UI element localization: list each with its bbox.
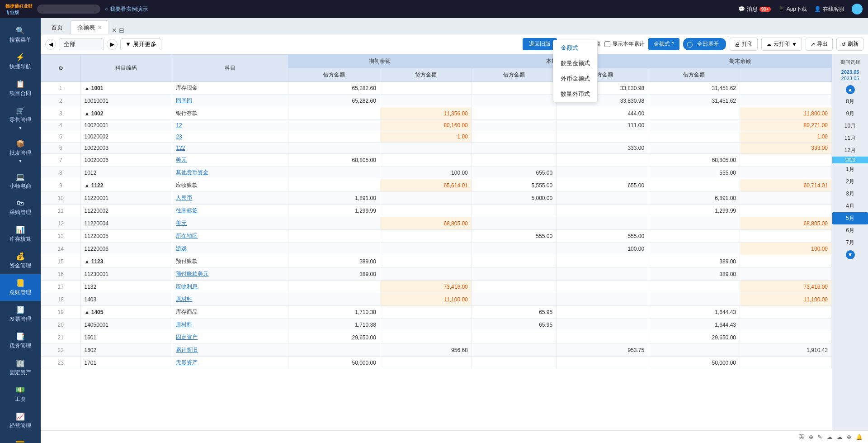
- row-name: 往来标签: [172, 205, 288, 217]
- lang-button[interactable]: 英: [799, 433, 804, 441]
- month-8[interactable]: 8月: [832, 95, 868, 108]
- closing-debit-header: 借方金额: [648, 68, 740, 82]
- edit-button[interactable]: ✎: [818, 434, 822, 440]
- dropdown-item-currency-amount[interactable]: 外币金额式: [553, 71, 597, 86]
- tab-balance[interactable]: 余额表 ✕: [71, 20, 109, 34]
- month-2[interactable]: 2月: [832, 176, 868, 188]
- opening-debit-cell: [288, 131, 380, 143]
- nav-forward-button[interactable]: ▶: [107, 39, 118, 50]
- sidebar-item-management[interactable]: 📈 经营管理: [0, 408, 41, 434]
- period-down-button[interactable]: ▼: [846, 250, 855, 259]
- add-button[interactable]: ⊕: [847, 434, 851, 440]
- table-row: 1211220004美元68,805.0068,805.00: [41, 217, 832, 230]
- sidebar-item-assets[interactable]: 🏢 固定资产: [0, 354, 41, 381]
- demo-link[interactable]: ○ 我要看实例演示: [105, 5, 148, 13]
- funds-icon: 💰: [16, 252, 25, 261]
- sidebar-item-ecommerce[interactable]: 💻 小畅电商: [0, 168, 41, 195]
- online-service-button[interactable]: 👤 在线客服: [814, 5, 844, 13]
- sidebar-item-payroll[interactable]: 💵 工资: [0, 381, 41, 408]
- dropdown-item-amount[interactable]: 金额式: [553, 40, 597, 56]
- invoice-icon: 🧾: [16, 305, 25, 314]
- close-button[interactable]: ✕: [112, 27, 117, 34]
- cloud-button1[interactable]: ☁: [827, 434, 832, 440]
- table-area[interactable]: ⚙ 科目编码 科目 期初余额 本期发生额 期末余额 借方金额 贷方金额 借方金额…: [41, 54, 832, 430]
- table-row: 4100200011280,160.00111.0080,271.00: [41, 120, 832, 131]
- sidebar-item-funds[interactable]: 💰 资金管理: [0, 248, 41, 274]
- year-checkbox-label[interactable]: 显示本年累计: [604, 40, 645, 48]
- tab-close-icon[interactable]: ✕: [98, 24, 102, 31]
- maximize-button[interactable]: ⊟: [119, 27, 124, 34]
- opening-credit-cell: [380, 357, 472, 369]
- year-checkbox[interactable]: [604, 41, 610, 47]
- current-credit-cell: [557, 281, 648, 293]
- status-bar: 英 ⊕ ✎ ☁ ☁ ⊕ 🔔: [41, 430, 868, 443]
- sidebar-item-retail[interactable]: 🛒 零售管理 ▼: [0, 102, 41, 135]
- print-button[interactable]: 🖨 打印: [730, 38, 758, 51]
- dropdown-item-qty-currency[interactable]: 数量外币式: [553, 86, 597, 102]
- style-dropdown-button[interactable]: 金额式 ^: [648, 38, 679, 50]
- table-row: 1311220005所在地区555.00555.00: [41, 230, 832, 243]
- refresh-button[interactable]: ↺ 刷新: [836, 38, 863, 51]
- expand-more-button[interactable]: ▼ 展开更多: [120, 38, 161, 50]
- sidebar-item-wholesale[interactable]: 📦 批发管理 ▼: [0, 135, 41, 168]
- current-credit-cell: 655.00: [557, 179, 648, 192]
- print-icon: 🖨: [735, 41, 740, 48]
- month-11[interactable]: 11月: [832, 132, 868, 144]
- month-12[interactable]: 12月: [832, 144, 868, 157]
- sidebar-item-quick-nav[interactable]: ⚡ 快捷导航: [0, 48, 41, 75]
- opening-debit-cell: [288, 217, 380, 230]
- table-settings-header[interactable]: ⚙: [41, 55, 81, 82]
- closing-credit-cell: 11,800.00: [740, 107, 831, 120]
- month-3[interactable]: 3月: [832, 188, 868, 200]
- toggle-all-button[interactable]: 全部展开: [693, 39, 722, 49]
- messages-button[interactable]: 💬 消息 99+: [738, 5, 771, 13]
- app-download-button[interactable]: 📱 App下载: [778, 5, 807, 13]
- project-icon: 📋: [16, 80, 25, 88]
- cloud-print-button[interactable]: ☁ 云打印 ▼: [761, 38, 802, 51]
- sidebar-item-tax[interactable]: 📑 税务管理: [0, 328, 41, 354]
- closing-credit-cell: [740, 192, 831, 205]
- month-9[interactable]: 9月: [832, 108, 868, 120]
- search-input[interactable]: [37, 5, 100, 14]
- closing-debit-cell: 29,650.00: [648, 331, 740, 344]
- sidebar-item-project[interactable]: 📋 项目合同: [0, 75, 41, 102]
- sidebar-item-purchase[interactable]: 🛍 采购管理: [0, 195, 41, 221]
- month-1[interactable]: 1月: [832, 163, 868, 176]
- nav-back-button[interactable]: ◀: [45, 39, 56, 50]
- table-row: 81012其他货币资金100.00655.00555.00: [41, 167, 832, 179]
- notify-button[interactable]: 🔔: [856, 434, 863, 440]
- table-code-header: 科目编码: [80, 55, 172, 82]
- table-name-header: 科目: [172, 55, 288, 82]
- user-avatar[interactable]: [852, 4, 863, 14]
- current-credit-cell: [557, 331, 648, 344]
- dropdown-item-qty-amount[interactable]: 数量金额式: [553, 56, 597, 71]
- month-10[interactable]: 10月: [832, 120, 868, 132]
- period-up-button[interactable]: ▲: [846, 85, 855, 94]
- table-row: 15▲ 1123预付账款389.00389.00: [41, 255, 832, 268]
- sidebar-item-ledger[interactable]: 📒 总账管理: [0, 274, 41, 301]
- month-4[interactable]: 4月: [832, 200, 868, 212]
- zoom-button[interactable]: ⊕: [809, 434, 813, 440]
- sidebar-item-search[interactable]: 🔍 搜索菜单: [0, 22, 41, 48]
- closing-credit-cell: [740, 306, 831, 319]
- month-5[interactable]: 5月: [832, 212, 868, 224]
- table-row: 2014050001原材料1,710.3865.951,644.43: [41, 319, 832, 331]
- tab-home[interactable]: 首页: [44, 20, 70, 34]
- cloud-button2[interactable]: ☁: [837, 434, 842, 440]
- month-7[interactable]: 7月: [832, 237, 868, 249]
- row-code: 11220004: [80, 217, 172, 230]
- closing-credit-cell: [740, 167, 831, 179]
- sidebar-item-invoice[interactable]: 🧾 发票管理: [0, 301, 41, 328]
- month-6[interactable]: 6月: [832, 224, 868, 237]
- row-number: 22: [41, 344, 81, 357]
- opening-credit-cell: [380, 268, 472, 281]
- row-number: 20: [41, 319, 81, 331]
- row-number: 19: [41, 306, 81, 319]
- sidebar-item-expense[interactable]: 💳 小畅报销: [0, 434, 41, 443]
- style-dropdown: 金额式 数量金额式 外币金额式 数量外币式: [553, 40, 598, 102]
- return-old-version-button[interactable]: 退回旧版: [523, 38, 557, 50]
- sidebar-item-inventory[interactable]: 📊 库存核算: [0, 221, 41, 248]
- export-button[interactable]: ↗ 导出: [806, 38, 833, 51]
- table-row: 9▲ 1122应收账款65,614.015,555.00655.0060,714…: [41, 179, 832, 192]
- messages-badge: 99+: [760, 7, 771, 12]
